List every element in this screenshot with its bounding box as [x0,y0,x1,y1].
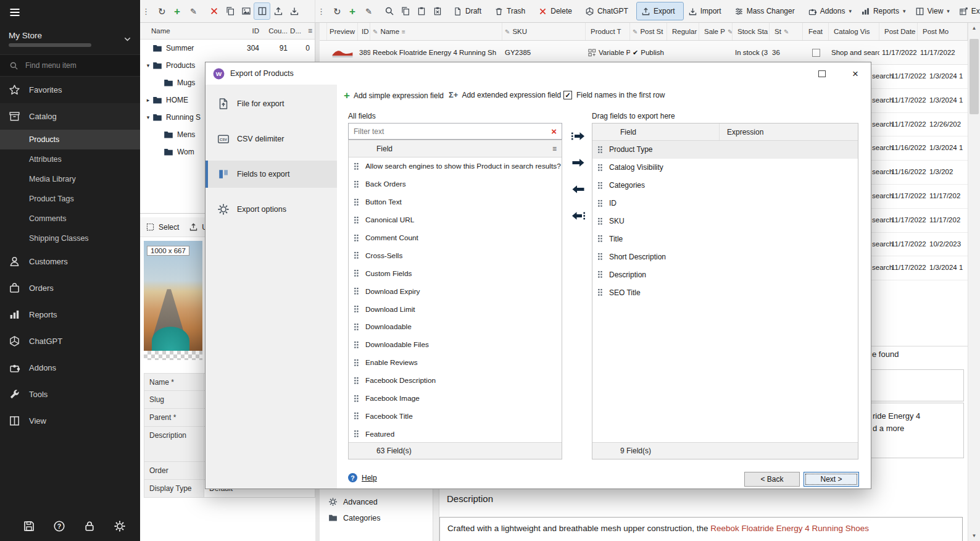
refresh-icon[interactable]: ↻ [158,3,173,19]
field-row[interactable]: Canonical URL [349,211,562,229]
column-header[interactable]: Product T [586,23,630,40]
column-name[interactable]: Name [140,27,228,35]
copy-icon[interactable] [397,3,413,19]
product-preview-cell[interactable] [327,46,358,59]
refresh-icon[interactable]: ↻ [333,3,349,19]
export-field-row[interactable]: Title [592,230,858,248]
download-icon[interactable] [286,3,302,19]
sidebar-item-products[interactable]: Products [0,130,140,149]
sidebar-item-comments[interactable]: Comments [0,209,140,229]
edit-icon[interactable]: ✎ [365,3,381,19]
drag-handle-icon[interactable] [354,341,359,349]
split-view-icon[interactable] [254,3,270,19]
sidebar-item-favorites[interactable]: Favorites [0,77,140,103]
filter-input[interactable] [354,127,551,136]
product-row[interactable]: search 11/16/2022 1/3/2024 1 [871,136,968,161]
add-product-icon[interactable]: + [349,3,365,19]
drag-handle-icon[interactable] [354,377,359,385]
product-image-preview[interactable]: 1000 x 667 [144,241,202,351]
column-header[interactable]: ✎ Post St [630,23,667,40]
column-header[interactable] [320,23,327,40]
step-fields-to-export[interactable]: Fields to export [206,161,337,188]
filter-field[interactable]: × [348,123,562,140]
mass-changer-button[interactable]: Mass Changer [730,2,803,20]
category-tree-row[interactable]: Summer 304 91 0 [140,40,315,57]
field-row[interactable]: Featured [349,425,562,442]
product-row[interactable]: search 11/17/2022 1/3/2024 1 [871,256,968,280]
sidebar-item-tools[interactable]: Tools [0,381,140,408]
description-editor[interactable]: Crafted with a lightweight and breathabl… [439,517,963,541]
export-grid-button[interactable]: Export Grid ▾ [955,2,980,20]
delete-button[interactable]: Delete [534,2,580,20]
drag-handle-icon[interactable] [354,198,359,206]
menu-search-input[interactable] [25,61,131,70]
sidebar-item-catalog[interactable]: Catalog [0,103,140,130]
lock-icon[interactable] [83,520,96,534]
upload-icon[interactable] [270,3,286,19]
step-csv-delimiter[interactable]: CSV delimiter [206,125,337,153]
drag-handle-icon[interactable] [354,269,359,277]
step-file-for-export[interactable]: File for export [206,90,337,117]
sort-icon[interactable]: ≡ [308,27,312,35]
drag-handle-icon[interactable] [597,288,603,296]
tab-advanced[interactable]: Advanced [328,497,380,506]
sidebar-item-media-library[interactable]: Media Library [0,169,140,189]
drag-handle-icon[interactable] [597,182,603,190]
import-button[interactable]: Import [684,2,729,20]
clear-filter-icon[interactable]: × [551,127,557,136]
help-icon[interactable] [53,520,65,534]
field-column-header[interactable]: Field [592,124,720,140]
add-category-icon[interactable]: + [174,3,189,19]
sidebar-item-product-tags[interactable]: Product Tags [0,189,140,209]
drag-handle-icon[interactable] [597,199,603,208]
scroll-thumb[interactable] [970,39,979,114]
drag-handle-icon[interactable] [597,146,603,154]
drag-handle-icon[interactable] [354,395,359,403]
drag-handle-icon[interactable] [354,430,359,438]
drag-handle-icon[interactable] [354,251,359,259]
sidebar-item-view[interactable]: View [0,408,140,434]
field-row[interactable]: Downloadable Files [349,336,562,354]
scroll-down-button[interactable]: ▼ [968,531,980,541]
save-icon[interactable] [23,520,35,534]
product-row[interactable]: search 11/17/2022 11/17/202 [871,209,968,233]
field-row[interactable]: Download Limit [349,300,562,318]
drag-handle-icon[interactable] [354,216,359,224]
back-button[interactable]: < Back [744,472,800,487]
menu-search[interactable] [0,54,140,77]
move-all-right-button[interactable] [569,128,588,144]
maximize-button[interactable] [818,70,826,77]
column-header[interactable]: Feat [803,23,829,40]
field-row[interactable]: Custom Fields [349,264,562,282]
help-link[interactable]: ? Help [348,473,377,482]
expression-column-header[interactable]: Expression [720,124,858,140]
search-icon[interactable] [381,3,397,19]
field-column-header[interactable]: Field ≡ [349,140,562,157]
drag-handle-icon[interactable] [597,217,603,225]
addons-menu-button[interactable]: Addons ▾ [804,2,856,20]
drag-handle-icon[interactable] [354,305,359,313]
field-names-checkbox[interactable]: ✓ Field names in the first row [563,91,665,99]
category-tree-header[interactable]: Name ID Cou... D... ≡ [140,23,315,40]
column-header[interactable]: St ✎ [770,23,803,40]
field-row[interactable]: Back Orders [349,175,562,193]
drag-handle-icon[interactable] [597,270,603,279]
export-field-row[interactable]: Description [592,266,858,283]
drag-handle-icon[interactable] [597,235,603,243]
move-left-button[interactable] [569,181,588,197]
view-menu-button[interactable]: View ▾ [911,2,954,20]
column-header[interactable]: Catalog Vis [829,23,879,40]
drag-handle-icon[interactable] [354,180,359,188]
field-row[interactable]: Button Text [349,193,562,211]
trash-button[interactable]: Trash [490,2,533,20]
sidebar-item-customers[interactable]: Customers [0,248,140,275]
product-row[interactable]: search 11/17/2022 1/3/2024 1 [871,89,968,113]
drag-handle-icon[interactable] [597,164,603,172]
export-field-row[interactable]: ID [592,195,858,212]
close-button[interactable]: × [852,69,858,79]
field-row[interactable]: Facebook Description [349,372,562,390]
overflow-menu-icon[interactable]: ⋮ [142,3,157,19]
sidebar-item-reports[interactable]: Reports [0,301,140,328]
column-header[interactable]: Regular ✎ [667,23,699,40]
sort-icon[interactable]: ≡ [552,145,557,153]
